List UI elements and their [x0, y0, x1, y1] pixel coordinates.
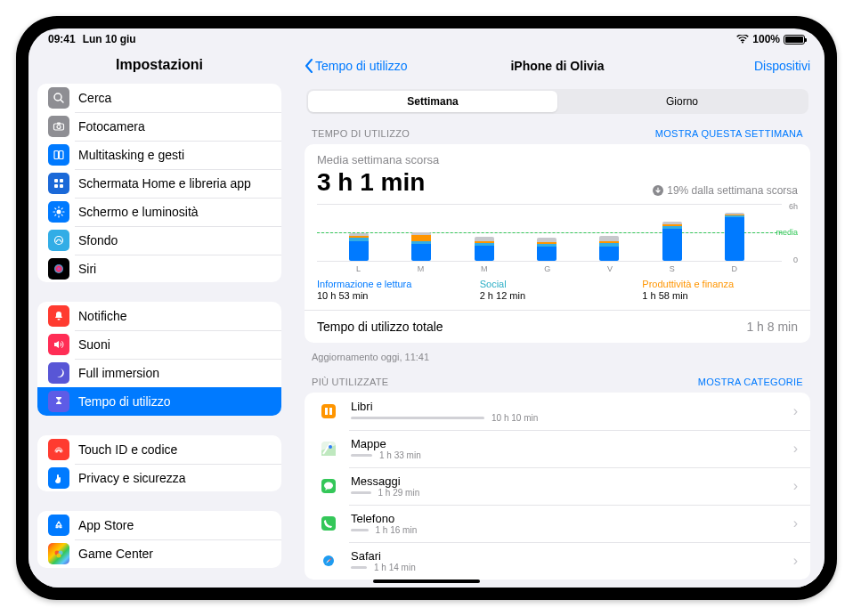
hourglass-icon [48, 391, 69, 412]
app-icon [317, 400, 340, 423]
chevron-right-icon: › [793, 403, 798, 419]
sidebar-item-siri[interactable]: Siri [37, 255, 281, 282]
device-frame: 09:41 Lun 10 giu 100% Impostazioni Cerca… [16, 16, 837, 600]
app-row[interactable]: Libri10 h 10 min› [305, 393, 810, 430]
updated-note: Aggiornamento oggi, 11:41 [312, 352, 803, 362]
media-label: media [776, 228, 798, 237]
sidebar-item-cerca[interactable]: Cerca [37, 84, 281, 112]
sidebar-item-label: Privacy e sicurezza [78, 471, 186, 485]
nav-back-button[interactable]: Tempo di utilizzo [305, 59, 408, 73]
svg-rect-3 [57, 123, 61, 125]
sidebar-item-notifiche[interactable]: Notifiche [37, 302, 281, 330]
camera-icon [48, 116, 69, 137]
app-row[interactable]: Mappe1 h 33 min› [305, 430, 810, 467]
sidebar-item-full-immersion[interactable]: Full immersion [37, 359, 281, 387]
sidebar-group-store: App StoreGame Center [37, 511, 281, 568]
total-usage-value: 1 h 8 min [746, 320, 798, 334]
day-label: D [732, 264, 738, 273]
y-top-label: 6h [789, 202, 798, 211]
segment-day[interactable]: Giorno [557, 91, 807, 112]
segmented-control[interactable]: Settimana Giorno [306, 89, 808, 114]
app-duration: 10 h 10 min [491, 413, 538, 423]
search-icon [48, 87, 69, 109]
svg-rect-17 [321, 404, 336, 418]
chevron-right-icon: › [793, 478, 798, 494]
sidebar-item-tempo-di-utilizzo[interactable]: Tempo di utilizzo [37, 387, 281, 415]
sidebar-item-fotocamera[interactable]: Fotocamera [37, 112, 281, 141]
sidebar-item-multitasking-e-gesti[interactable]: Multitasking e gesti [37, 141, 281, 169]
show-categories-link[interactable]: MOSTRA CATEGORIE [698, 377, 803, 387]
app-usage-bar [351, 529, 369, 531]
sidebar-group-privacy: Touch ID e codicePrivacy e sicurezza [37, 435, 281, 492]
home-icon [48, 173, 69, 194]
sidebar-item-sfondo[interactable]: Sfondo [37, 226, 281, 255]
chart-bar [537, 238, 556, 261]
day-label: L [356, 264, 361, 273]
app-usage-bar [351, 454, 372, 457]
detail-pane: Tempo di utilizzo iPhone di Olivia Dispo… [290, 50, 825, 588]
app-name: Telefono [351, 512, 793, 525]
sidebar-item-app-store[interactable]: App Store [37, 511, 281, 539]
category-time: 1 h 58 min [642, 290, 798, 301]
category-time: 2 h 12 min [480, 290, 636, 301]
app-row[interactable]: Safari1 h 14 min› [305, 542, 810, 580]
sidebar-item-label: Schermata Home e libreria app [78, 176, 251, 190]
sidebar-item-touch-id-e-codice[interactable]: Touch ID e codice [37, 435, 281, 464]
app-icon [317, 437, 340, 460]
home-indicator[interactable] [373, 580, 480, 583]
sidebar-item-schermata-home-e-libreria-app[interactable]: Schermata Home e libreria app [37, 169, 281, 198]
chart-bar [411, 232, 431, 261]
show-this-week-link[interactable]: MOSTRA QUESTA SETTIMANA [655, 128, 803, 139]
app-usage-bar [351, 491, 371, 494]
app-name: Safari [351, 549, 793, 563]
screen: 09:41 Lun 10 giu 100% Impostazioni Cerca… [28, 28, 825, 588]
sidebar-item-game-center[interactable]: Game Center [37, 539, 281, 568]
day-label: M [481, 264, 488, 273]
app-row[interactable]: Telefono1 h 16 min› [305, 505, 810, 542]
settings-sidebar: Impostazioni CercaFotocameraMultitasking… [28, 50, 290, 588]
chart-bar [599, 236, 619, 261]
app-row[interactable]: Messaggi1 h 29 min› [305, 467, 810, 505]
sidebar-group-general: CercaFotocameraMultitasking e gestiScher… [37, 84, 281, 282]
usage-subtitle: Media settimana scorsa [317, 153, 439, 166]
svg-point-10 [57, 210, 61, 215]
status-date: Lun 10 giu [83, 33, 136, 45]
category-name: Produttività e finanza [642, 279, 798, 289]
svg-rect-4 [54, 151, 59, 159]
sidebar-item-label: Fotocamera [78, 119, 145, 134]
day-label: V [607, 264, 613, 273]
sidebar-item-label: Schermo e luminosità [78, 205, 199, 219]
sidebar-item-label: Sfondo [78, 233, 118, 247]
usage-card: Media settimana scorsa 3 h 1 min 19% dal… [305, 144, 810, 343]
total-usage-label: Tempo di utilizzo totale [317, 320, 443, 334]
sidebar-item-schermo-e-luminosit-[interactable]: Schermo e luminosità [37, 198, 281, 226]
svg-point-16 [57, 554, 61, 558]
app-icon [317, 474, 340, 498]
segment-week[interactable]: Settimana [308, 91, 557, 112]
app-duration: 1 h 14 min [374, 563, 416, 572]
category-summary: Informazione e lettura10 h 53 min [317, 279, 473, 301]
category-time: 10 h 53 min [317, 290, 473, 301]
usage-section-header: TEMPO DI UTILIZZO [312, 128, 410, 139]
sidebar-item-label: App Store [78, 518, 134, 532]
svg-rect-5 [60, 151, 64, 159]
svg-point-12 [54, 264, 63, 273]
hand-icon [48, 467, 69, 489]
sidebar-item-suoni[interactable]: Suoni [37, 330, 281, 359]
battery-percent: 100% [752, 33, 780, 45]
svg-rect-22 [321, 516, 336, 531]
day-label: M [418, 264, 425, 273]
svg-rect-13 [58, 319, 61, 320]
svg-rect-6 [54, 179, 58, 182]
sidebar-item-privacy-e-sicurezza[interactable]: Privacy e sicurezza [37, 464, 281, 492]
app-duration: 1 h 33 min [379, 450, 421, 460]
day-label: S [670, 264, 675, 273]
nav-devices-button[interactable]: Dispositivi [754, 59, 810, 73]
sidebar-item-label: Suoni [78, 337, 110, 352]
fingerprint-icon [48, 439, 69, 460]
svg-rect-9 [60, 184, 63, 188]
appstore-icon [48, 515, 69, 536]
y-bot-label: 0 [793, 255, 798, 264]
sidebar-item-label: Tempo di utilizzo [78, 394, 171, 409]
moon-icon [48, 362, 69, 384]
